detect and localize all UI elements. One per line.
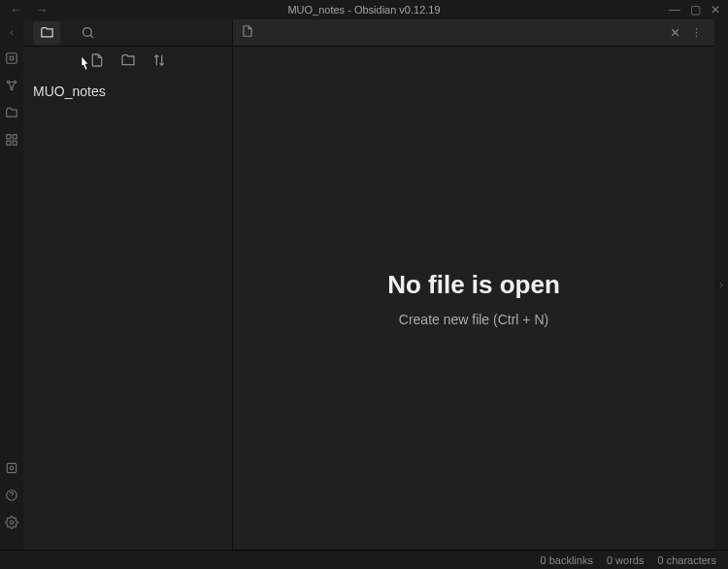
sidebar: MUO_notes — [23, 19, 233, 550]
status-bar: 0 backlinks 0 words 0 characters — [0, 550, 728, 569]
nav-back-button[interactable]: ← — [10, 3, 23, 17]
close-pane-button[interactable] — [664, 22, 685, 44]
window-maximize-button[interactable]: ▢ — [690, 3, 701, 17]
editor-tab-bar — [233, 19, 714, 47]
svg-point-3 — [11, 87, 13, 89]
collapse-left-button[interactable]: ‹ — [10, 25, 14, 39]
svg-point-12 — [83, 28, 91, 37]
svg-point-13 — [695, 28, 697, 30]
left-ribbon: ‹ — [0, 19, 23, 550]
help-icon[interactable] — [4, 487, 19, 503]
vault-root[interactable]: MUO_notes — [31, 82, 224, 101]
svg-point-15 — [695, 35, 697, 37]
svg-rect-5 — [13, 135, 17, 139]
create-new-file-link[interactable]: Create new file (Ctrl + N) — [399, 312, 548, 327]
search-tab[interactable] — [74, 21, 101, 45]
quick-switcher-icon[interactable] — [4, 50, 19, 66]
new-note-button[interactable] — [89, 52, 105, 72]
file-tree: MUO_notes — [23, 78, 232, 105]
empty-state-title: No file is open — [387, 270, 560, 300]
right-ribbon: › — [714, 19, 728, 550]
window-minimize-button[interactable]: — — [669, 3, 680, 17]
status-backlinks: 0 backlinks — [541, 554, 593, 566]
window-close-button[interactable]: ✕ — [711, 3, 720, 17]
collapse-right-button[interactable]: › — [719, 278, 723, 291]
workspace: ‹ — [0, 19, 728, 550]
file-icon — [241, 24, 254, 42]
graph-view-icon[interactable] — [4, 78, 19, 93]
titlebar: ← → MUO_notes - Obsidian v0.12.19 — ▢ ✕ — [0, 0, 728, 19]
file-explorer-tab[interactable] — [33, 21, 60, 45]
sidebar-tabs — [23, 19, 232, 47]
svg-point-11 — [10, 520, 14, 524]
open-vault-icon[interactable] — [4, 105, 19, 120]
file-explorer-toolbar — [23, 47, 232, 78]
nav-forward-button[interactable]: → — [35, 3, 49, 17]
command-palette-icon[interactable] — [4, 132, 19, 148]
status-characters: 0 characters — [657, 554, 716, 566]
svg-point-14 — [695, 32, 697, 34]
svg-rect-6 — [7, 141, 11, 145]
window-title: MUO_notes - Obsidian v0.12.19 — [287, 4, 440, 16]
svg-rect-7 — [13, 141, 17, 145]
settings-icon[interactable] — [4, 515, 19, 530]
editor-area: No file is open Create new file (Ctrl + … — [233, 19, 714, 550]
svg-rect-8 — [7, 463, 16, 472]
editor-body: No file is open Create new file (Ctrl + … — [233, 47, 714, 550]
svg-rect-0 — [7, 53, 17, 64]
status-words: 0 words — [607, 554, 645, 566]
vault-switcher-icon[interactable] — [4, 460, 19, 476]
svg-rect-4 — [7, 135, 11, 139]
sort-button[interactable] — [151, 52, 167, 72]
pane-options-button[interactable] — [685, 22, 707, 44]
svg-point-9 — [10, 466, 14, 470]
new-folder-button[interactable] — [120, 52, 136, 72]
